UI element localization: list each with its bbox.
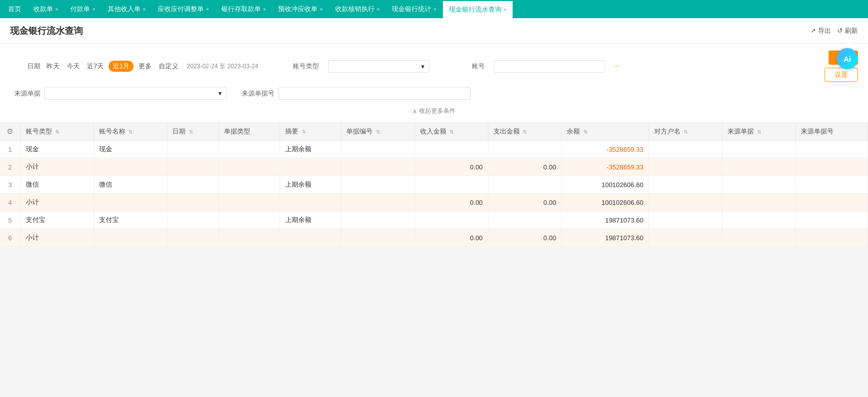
table-row[interactable]: 1现金现金上期余额-3528659.33 <box>0 141 868 158</box>
sort-icon: ⇅ <box>683 129 688 135</box>
table-row[interactable]: 4小计0.000.00100102606.60 <box>0 194 868 211</box>
cell-date <box>167 211 219 229</box>
account-label: 账号 <box>454 62 485 71</box>
cell-account_type: 小计 <box>20 229 94 247</box>
close-icon[interactable]: × <box>143 6 146 12</box>
date-opt-more[interactable]: 更多 <box>136 61 154 72</box>
ai-label: Ai <box>844 55 851 63</box>
cell-account_name <box>94 158 167 176</box>
cell-expense <box>488 176 561 194</box>
col-account-name[interactable]: 账号名称 ⇅ <box>94 123 167 141</box>
cell-balance: 100102606.60 <box>562 194 649 211</box>
cell-source_doc <box>722 176 796 194</box>
collapse-bar[interactable]: ∧ 收起更多条件 <box>10 105 858 117</box>
date-options: 昨天 今天 近7天 近1月 更多 自定义 2023-02-24 至 2023-0… <box>44 61 258 72</box>
table-row[interactable]: 3微信微信上期余额100102606.60 <box>0 176 868 194</box>
refresh-button[interactable]: ↺ 刷新 <box>837 26 858 35</box>
nav-tab-shoukuanhexiao[interactable]: 收款核销执行 × <box>329 0 386 18</box>
cell-date <box>167 176 219 194</box>
cell-summary: 上期余额 <box>280 176 341 194</box>
date-opt-today[interactable]: 今天 <box>65 61 82 72</box>
close-icon[interactable]: × <box>319 6 323 12</box>
close-icon[interactable]: × <box>206 6 209 12</box>
cell-income <box>415 176 488 194</box>
sort-icon: ⇅ <box>55 129 59 135</box>
tab-label: 收款核销执行 <box>335 5 375 14</box>
source-doc-select[interactable]: ▾ <box>44 87 226 100</box>
filter-row-date: 日期 昨天 今天 近7天 近1月 更多 自定义 2023-02-24 至 202… <box>10 51 858 82</box>
tab-label: 预收冲应收单 <box>278 5 317 14</box>
cell-doc_type <box>219 211 280 229</box>
table-row[interactable]: 6小计0.000.0019871073.60 <box>0 229 868 247</box>
col-doc-type[interactable]: 单据类型 <box>219 123 280 141</box>
page-header: 现金银行流水查询 ↗ 导出 ↺ 刷新 <box>0 18 868 43</box>
nav-tab-liushui[interactable]: 现金银行流水查询 × <box>443 0 513 18</box>
nav-tab-yinhang[interactable]: 银行存取款单 × <box>215 0 272 18</box>
sort-icon: ⇅ <box>583 129 587 135</box>
cell-summary: 上期余额 <box>280 211 341 229</box>
page-title: 现金银行流水查询 <box>10 25 83 37</box>
col-summary[interactable]: 摘要 ⇅ <box>280 123 341 141</box>
cell-source_doc <box>722 194 796 211</box>
tab-label: 现金银行统计 <box>392 5 431 14</box>
export-button[interactable]: ↗ 导出 <box>810 26 831 35</box>
col-date[interactable]: 日期 ⇅ <box>167 123 219 141</box>
close-icon[interactable]: × <box>92 6 95 12</box>
col-expense[interactable]: 支出金额 ⇅ <box>488 123 561 141</box>
nav-tab-yingshou[interactable]: 应收应付调整单 × <box>152 0 215 18</box>
cell-account_name <box>94 194 167 211</box>
cell-source_doc_no <box>796 194 868 211</box>
close-icon[interactable]: × <box>433 6 436 12</box>
date-opt-7days[interactable]: 近7天 <box>85 61 106 72</box>
col-account-type[interactable]: 账号类型 ⇅ <box>20 123 94 141</box>
sort-icon: ⇅ <box>376 129 380 135</box>
cell-doc_type <box>219 176 280 194</box>
cell-income <box>415 141 488 158</box>
ai-assistant-badge[interactable]: Ai <box>837 48 858 69</box>
date-opt-custom[interactable]: 自定义 <box>157 61 180 72</box>
nav-home[interactable]: 首页 <box>2 0 27 18</box>
date-opt-yesterday[interactable]: 昨天 <box>44 61 62 72</box>
tab-label: 现金银行流水查询 <box>449 5 501 14</box>
cell-account_type: 微信 <box>20 176 94 194</box>
date-opt-1month[interactable]: 近1月 <box>109 61 133 72</box>
cell-doc_no <box>341 141 415 158</box>
sort-icon: ⇅ <box>523 129 527 135</box>
cell-expense: 0.00 <box>488 229 561 247</box>
nav-tab-fukuandan[interactable]: 付款单 × <box>64 0 101 18</box>
nav-tab-shoukuandan[interactable]: 收款单 × <box>27 0 64 18</box>
tab-label: 应收应付调整单 <box>158 5 204 14</box>
col-balance[interactable]: 余额 ⇅ <box>562 123 649 141</box>
close-icon[interactable]: × <box>504 7 507 13</box>
col-source-doc-no[interactable]: 来源单据号 <box>796 123 868 141</box>
table-row[interactable]: 2小计0.000.00-3528659.33 <box>0 158 868 176</box>
settings-gear-icon[interactable]: ⚙ <box>7 127 13 136</box>
source-doc-num-input[interactable] <box>279 87 471 100</box>
cell-account_type: 现金 <box>20 141 94 158</box>
close-icon[interactable]: × <box>55 6 58 12</box>
table-row[interactable]: 5支付宝支付宝上期余额19871073.60 <box>0 211 868 229</box>
cell-account_name: 支付宝 <box>94 211 167 229</box>
more-options-icon[interactable]: ··· <box>613 62 620 71</box>
col-income[interactable]: 收入金额 ⇅ <box>415 123 488 141</box>
close-icon[interactable]: × <box>377 6 380 12</box>
cell-counterpart <box>649 194 722 211</box>
settings-button[interactable]: 设置 <box>825 68 858 82</box>
nav-tab-yushou[interactable]: 预收冲应收单 × <box>272 0 329 18</box>
home-label: 首页 <box>8 5 21 14</box>
nav-tab-xianjintongji[interactable]: 现金银行统计 × <box>386 0 442 18</box>
account-type-select[interactable]: ▾ <box>328 60 429 73</box>
col-source-doc[interactable]: 来源单据 ⇅ <box>722 123 796 141</box>
nav-tab-qitashouru[interactable]: 其他收入单 × <box>102 0 152 18</box>
export-icon: ↗ <box>810 27 816 34</box>
col-settings[interactable]: ⚙ <box>0 123 20 141</box>
table-header-row: ⚙ 账号类型 ⇅ 账号名称 ⇅ 日期 ⇅ 单据类型 摘要 ⇅ 单据编号 ⇅ 收入… <box>0 123 868 141</box>
cell-summary <box>280 229 341 247</box>
row-index: 4 <box>0 194 20 211</box>
sort-icon: ⇅ <box>128 129 132 135</box>
close-icon[interactable]: × <box>263 6 266 12</box>
col-counterpart[interactable]: 对方户名 ⇅ <box>649 123 722 141</box>
account-input[interactable] <box>494 60 605 73</box>
col-doc-no[interactable]: 单据编号 ⇅ <box>341 123 415 141</box>
cell-account_type: 小计 <box>20 158 94 176</box>
